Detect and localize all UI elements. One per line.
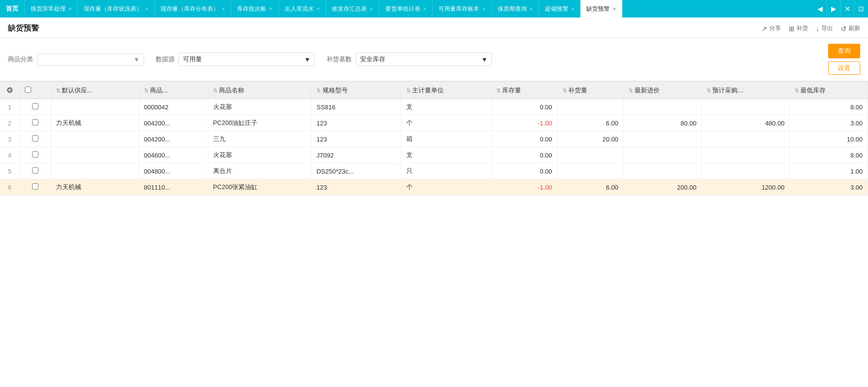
cell-spec: 123 <box>311 179 401 195</box>
table-row: 6力天机械801110...PC200张紧油缸123个-1.006.00200.… <box>0 179 868 195</box>
query-settings-group: 查询 设置 <box>828 44 860 75</box>
cell-unit: 只 <box>401 163 491 179</box>
col-header-default_supplier[interactable]: 默认供应... <box>51 82 139 99</box>
category-select[interactable]: ▼ <box>37 53 144 66</box>
tab-overstock[interactable]: 超储预警× <box>539 0 580 18</box>
cell-product_code: 801110... <box>139 179 208 195</box>
category-filter-group: 商品分类 ▼ <box>8 53 144 66</box>
row-checkbox-cell[interactable] <box>19 179 51 195</box>
tab-expiry-query[interactable]: 保质期查询× <box>492 0 539 18</box>
tab-next-btn[interactable]: ▶ <box>827 0 841 18</box>
tab-exception[interactable]: 拣货异常处理× <box>25 0 78 18</box>
col-header-spec[interactable]: 规格型号 <box>311 82 401 99</box>
cell-latest_price: 80.00 <box>623 115 702 131</box>
cell-unit: 个 <box>401 115 491 131</box>
row-checkbox-cell[interactable] <box>19 99 51 115</box>
table-body: 10000042火花塞SS816支0.008.002力天机械004200...P… <box>0 99 868 195</box>
cell-product_code: 004200... <box>139 131 208 147</box>
cell-est_purchase: 480.00 <box>702 115 790 131</box>
col-header-latest_price[interactable]: 最新进价 <box>623 82 702 99</box>
row-checkbox[interactable] <box>32 183 38 190</box>
cell-est_purchase <box>702 147 790 163</box>
col-header-stock[interactable]: 库存量 <box>491 82 557 99</box>
cell-replenish <box>557 99 623 115</box>
cell-stock: 0.00 <box>491 163 557 179</box>
tab-recv-summary[interactable]: 收发存汇总表× <box>326 0 379 18</box>
cell-product_code: 004200... <box>139 115 208 131</box>
row-checkbox[interactable] <box>32 167 38 174</box>
cell-replenish <box>557 163 623 179</box>
tab-close-expiry-query[interactable]: × <box>530 6 533 12</box>
row-checkbox-cell[interactable] <box>19 131 51 147</box>
share-action[interactable]: ↗ 分享 <box>761 24 781 33</box>
gear-settings-icon[interactable]: ⚙ <box>6 86 13 94</box>
settings-button[interactable]: 设置 <box>828 61 860 75</box>
tab-close-order-stat[interactable]: × <box>423 6 426 12</box>
tab-close-overstock[interactable]: × <box>571 6 574 12</box>
cell-product_code: 004600... <box>139 147 208 163</box>
tab-batch-account[interactable]: 库存批次账× <box>231 0 278 18</box>
tab-inout-flow[interactable]: 出入库流水× <box>279 0 326 18</box>
tab-close-stock-status[interactable]: × <box>145 6 148 12</box>
row-number: 4 <box>0 147 19 163</box>
tab-close-stock-dist[interactable]: × <box>222 6 225 12</box>
tab-stock-status[interactable]: 现存量（库存状况表）× <box>78 0 154 18</box>
tab-bar: 首页拣货异常处理×现存量（库存状况表）×现存量（库存分布表）×库存批次账×出入库… <box>0 0 868 18</box>
datasource-select[interactable]: 可用量 ▼ <box>179 53 315 66</box>
query-button[interactable]: 查询 <box>828 44 860 58</box>
filter-bar: 商品分类 ▼ 数据源 可用量 ▼ 补货基数 安全库存 ▼ 查询 设置 <box>0 38 868 81</box>
cell-latest_price: 200.00 <box>623 179 702 195</box>
cell-replenish: 20.00 <box>557 131 623 147</box>
row-checkbox[interactable] <box>32 119 38 125</box>
tab-stock-dist[interactable]: 现存量（库存分布表）× <box>155 0 231 18</box>
col-header-product_code[interactable]: 商品... <box>139 82 208 99</box>
tab-order-stat[interactable]: 要货单统计表× <box>380 0 433 18</box>
row-checkbox-cell[interactable] <box>19 147 51 163</box>
row-checkbox-cell[interactable] <box>19 115 51 131</box>
col-header-replenish[interactable]: 补货量 <box>557 82 623 99</box>
cell-product_code: 004800... <box>139 163 208 179</box>
row-number: 6 <box>0 179 19 195</box>
table-row: 2力天机械004200...PC200油缸庄子123个-1.006.0080.0… <box>0 115 868 131</box>
select-all-checkbox[interactable] <box>25 87 31 93</box>
tab-close-all-btn[interactable]: ✕ <box>841 0 854 18</box>
cell-min_stock: 1.00 <box>790 163 868 179</box>
row-checkbox[interactable] <box>32 135 38 141</box>
table-row: 10000042火花塞SS816支0.008.00 <box>0 99 868 115</box>
col-header-min_stock[interactable]: 最低库存 <box>790 82 868 99</box>
cell-est_purchase <box>702 99 790 115</box>
replenish-action[interactable]: ⊞ 补货 <box>789 24 808 33</box>
col-header-est_purchase[interactable]: 预计采购... <box>702 82 790 99</box>
tab-close-batch-account[interactable]: × <box>269 6 272 12</box>
cell-product_name: PC200张紧油缸 <box>208 179 311 195</box>
tab-available-ledger[interactable]: 可用量库存账本× <box>433 0 491 18</box>
cell-replenish: 6.00 <box>557 115 623 131</box>
tab-close-available-ledger[interactable]: × <box>482 6 485 12</box>
cell-stock: 0.00 <box>491 99 557 115</box>
cell-est_purchase <box>702 131 790 147</box>
tab-close-exception[interactable]: × <box>69 6 72 12</box>
table-row: 3004200...三九123箱0.0020.0010.00 <box>0 131 868 147</box>
col-header-unit[interactable]: 主计量单位 <box>401 82 491 99</box>
row-checkbox[interactable] <box>32 151 38 158</box>
tab-close-shortage[interactable]: × <box>613 6 615 12</box>
cell-default_supplier <box>51 163 139 179</box>
row-checkbox-cell[interactable] <box>19 163 51 179</box>
tab-close-inout-flow[interactable]: × <box>317 6 320 12</box>
cell-stock: -1.00 <box>491 179 557 195</box>
datasource-value: 可用量 <box>183 55 202 64</box>
tab-prev-btn[interactable]: ◀ <box>814 0 827 18</box>
export-action[interactable]: ↓ 导出 <box>816 24 833 33</box>
tab-home[interactable]: 首页 <box>0 0 25 18</box>
cell-product_name: 火花塞 <box>208 99 311 115</box>
tab-expand-btn[interactable]: ⊡ <box>854 0 868 18</box>
col-header-product_name[interactable]: 商品名称 <box>208 82 311 99</box>
replenish-basis-select[interactable]: 安全库存 ▼ <box>356 53 492 66</box>
col-header-gear: ⚙ <box>0 82 19 99</box>
row-checkbox[interactable] <box>32 103 38 109</box>
data-table: ⚙默认供应...商品...商品名称规格型号主计量单位库存量补货量最新进价预计采购… <box>0 81 868 195</box>
tab-close-recv-summary[interactable]: × <box>370 6 373 12</box>
refresh-action[interactable]: ↺ 刷新 <box>841 24 860 33</box>
table-row: 5004800...离合片DS250*23c...只0.001.00 <box>0 163 868 179</box>
tab-shortage[interactable]: 缺货预警× <box>580 0 622 18</box>
